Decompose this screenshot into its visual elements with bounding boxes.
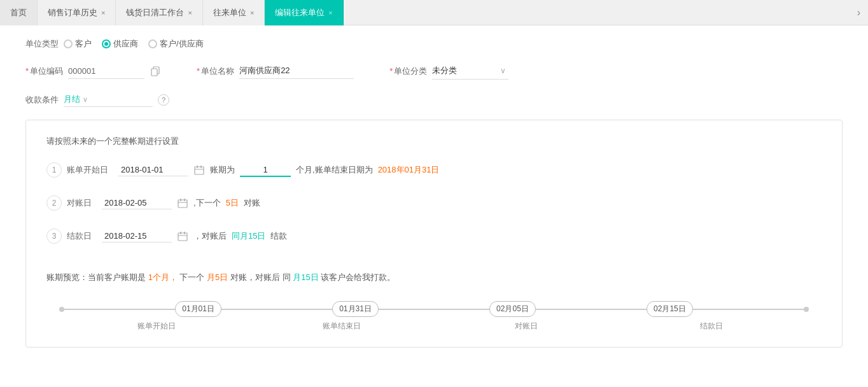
- unit-name-input[interactable]: [239, 64, 354, 79]
- preview-payment-day: 月15日: [293, 272, 318, 282]
- unit-code-required: *: [25, 66, 29, 76]
- period-settings-box: 请按照未来的一个完整帐期进行设置 1 账单开始日 账期为 个月,账单结束日期为 …: [25, 120, 843, 348]
- tab-cash-work-label: 钱货日清工作台: [126, 7, 184, 18]
- unit-code-input[interactable]: [68, 64, 144, 79]
- unit-type-row: 单位类型 客户 供应商 客户/供应商: [25, 38, 843, 50]
- payment-value: 月结: [64, 94, 80, 105]
- timeline-seg-5: [693, 309, 804, 310]
- radio-supplier[interactable]: 供应商: [102, 38, 138, 50]
- step-2-calendar-icon[interactable]: [177, 197, 188, 209]
- timeline-node-3: 02月05日: [489, 301, 536, 317]
- step-1-date-input[interactable]: [118, 164, 188, 176]
- timeline-node-1-label: 01月01日: [175, 301, 221, 317]
- preview-reconcile: 对账，对账后: [230, 272, 280, 282]
- step-2-num: 2: [46, 195, 62, 211]
- timeline-start-dot: [59, 307, 64, 312]
- timeline-node-3-label: 02月05日: [489, 301, 536, 317]
- tab-sales-history-close[interactable]: ×: [101, 9, 105, 17]
- svg-rect-2: [195, 167, 204, 174]
- tab-cash-work[interactable]: 钱货日清工作台 ×: [116, 0, 202, 25]
- step-2-row: 2 对账日 ,下一个 5日 对账: [46, 195, 822, 211]
- radio-customer-supplier-circle: [148, 39, 157, 48]
- unit-code-field: *单位编码: [25, 64, 161, 79]
- preview-next-day-prefix: 下一个: [179, 272, 204, 282]
- step-1-period-unit: 个月,账单结束日期为: [296, 164, 373, 176]
- timeline-seg-2: [221, 309, 332, 310]
- unit-type-field: 单位类型 客户 供应商 客户/供应商: [25, 38, 204, 50]
- step-2-desc-prefix: ,下一个: [193, 197, 221, 209]
- step-3-desc-suffix: 结款: [270, 230, 287, 242]
- timeline-desc-1: 账单开始日: [64, 321, 249, 332]
- tab-sales-history[interactable]: 销售订单历史 ×: [38, 0, 116, 25]
- payment-row: 收款条件 月结 ∨ ?: [25, 92, 843, 107]
- unit-category-label: *单位分类: [389, 66, 427, 77]
- step-1-calendar-icon[interactable]: [193, 164, 205, 176]
- step-2-desc-highlight: 5日: [226, 197, 239, 209]
- step-1-row: 1 账单开始日 账期为 个月,账单结束日期为 2018年01月31日: [46, 162, 822, 178]
- radio-supplier-circle: [102, 39, 111, 48]
- step-1-num: 1: [46, 162, 62, 178]
- step-3-num: 3: [46, 229, 62, 244]
- unit-name-label: *单位名称: [197, 66, 234, 77]
- preview-months: 1个月，: [148, 272, 178, 282]
- radio-customer-circle: [64, 39, 73, 48]
- unit-category-value: 未分类: [432, 65, 498, 76]
- tab-counterparty[interactable]: 往来单位 ×: [203, 0, 265, 25]
- timeline-seg-3: [379, 309, 489, 310]
- step-1-period-input[interactable]: [240, 164, 291, 177]
- svg-rect-10: [178, 233, 187, 241]
- unit-type-label: 单位类型: [25, 38, 59, 50]
- unit-type-radio-group: 客户 供应商 客户/供应商: [64, 38, 204, 50]
- step-3-date-input[interactable]: [102, 230, 172, 243]
- step-2-label: 对账日: [67, 197, 92, 209]
- step-3-desc-highlight: 同月15日: [232, 230, 265, 242]
- timeline-desc-2: 账单结束日: [249, 321, 435, 332]
- preview-payment-day-prefix: 同: [283, 272, 291, 282]
- tab-counterparty-close[interactable]: ×: [250, 9, 254, 17]
- timeline-node-2: 01月31日: [332, 301, 379, 317]
- step-2-date-input[interactable]: [102, 197, 172, 209]
- payment-help-icon[interactable]: ?: [158, 94, 169, 106]
- payment-select[interactable]: 月结 ∨: [64, 92, 153, 107]
- step-3-label: 结款日: [67, 230, 92, 242]
- timeline-end-dot: [804, 307, 809, 312]
- radio-customer-supplier[interactable]: 客户/供应商: [148, 38, 204, 50]
- tab-cash-work-close[interactable]: ×: [188, 9, 192, 17]
- timeline-node-4-label: 02月15日: [647, 301, 693, 317]
- timeline-node-1: 01月01日: [175, 301, 221, 317]
- tab-edit-counterparty[interactable]: 编辑往来单位 ×: [265, 0, 343, 25]
- step-1-period-end: 2018年01月31日: [378, 164, 440, 176]
- step-3-calendar-icon[interactable]: [177, 230, 188, 242]
- payment-field: 收款条件 月结 ∨ ?: [25, 92, 169, 107]
- timeline-desc-row: 账单开始日 账单结束日 对账日 结款日: [59, 321, 809, 332]
- unit-info-row: *单位编码 *单位名称 *单位分类 未分类 ∨: [25, 62, 843, 80]
- tab-home-label: 首页: [10, 7, 27, 18]
- tab-counterparty-label: 往来单位: [213, 7, 246, 18]
- tab-edit-counterparty-label: 编辑往来单位: [275, 7, 325, 18]
- tab-edit-counterparty-close[interactable]: ×: [328, 9, 332, 17]
- tab-home[interactable]: 首页: [0, 0, 38, 25]
- timeline-desc-4: 结款日: [619, 321, 804, 332]
- unit-category-required: *: [389, 66, 393, 76]
- account-preview: 账期预览：当前客户账期是 1个月， 下一个 月5日 对账，对账后 同 月15日 …: [46, 262, 822, 286]
- payment-label: 收款条件: [25, 94, 59, 106]
- payment-arrow: ∨: [83, 95, 88, 104]
- main-content: 单位类型 客户 供应商 客户/供应商 *单位编码: [0, 25, 868, 387]
- timeline-track: 01月01日 01月31日 02月05日 02月15日: [59, 301, 809, 317]
- tab-more-button[interactable]: ›: [850, 0, 868, 25]
- svg-rect-1: [151, 69, 157, 76]
- timeline-node-4: 02月15日: [647, 301, 693, 317]
- unit-name-field: *单位名称: [197, 64, 354, 79]
- step-2-desc-suffix: 对账: [244, 197, 260, 209]
- step-1-period-label: 账期为: [210, 164, 235, 176]
- unit-category-select[interactable]: 未分类 ∨: [432, 62, 508, 80]
- unit-code-copy-icon[interactable]: [150, 66, 161, 77]
- preview-suffix: 该客户会给我打款。: [321, 272, 395, 282]
- tab-sales-history-label: 销售订单历史: [48, 7, 97, 18]
- unit-category-arrow: ∨: [500, 66, 506, 75]
- preview-next-day: 月5日: [207, 272, 228, 282]
- unit-category-field: *单位分类 未分类 ∨: [389, 62, 508, 80]
- tab-bar: 首页 销售订单历史 × 钱货日清工作台 × 往来单位 × 编辑往来单位 × ›: [0, 0, 868, 25]
- radio-supplier-label: 供应商: [113, 38, 138, 50]
- radio-customer[interactable]: 客户: [64, 38, 92, 50]
